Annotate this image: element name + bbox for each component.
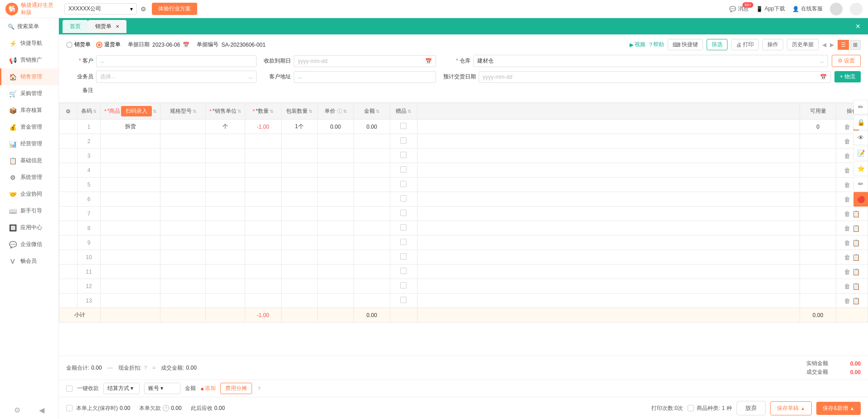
float-btn-5[interactable]: ⭐: [853, 161, 868, 176]
row-gift-cell[interactable]: [390, 250, 417, 265]
row-amount-cell[interactable]: [354, 250, 390, 265]
delete-icon[interactable]: 🗑: [844, 225, 850, 232]
row-qty-cell[interactable]: -1.00: [245, 120, 281, 134]
row-spec-cell[interactable]: [160, 163, 206, 178]
row-qty-cell[interactable]: [245, 207, 281, 221]
row-spec-cell[interactable]: [160, 279, 206, 294]
video-link[interactable]: ▶ 视频: [630, 41, 645, 48]
row-unit-cell[interactable]: [206, 163, 245, 178]
sidebar-search[interactable]: 🔍 搜索菜单: [0, 18, 58, 35]
row-amount-cell[interactable]: [354, 149, 390, 163]
sort-product-icon[interactable]: ⇅: [153, 109, 156, 114]
row-spec-cell[interactable]: [160, 178, 206, 192]
delete-icon[interactable]: 🗑: [844, 297, 850, 304]
company-selector[interactable]: XXXXXX公司 ▾: [64, 3, 137, 14]
row-unit-cell[interactable]: [206, 250, 245, 265]
row-unit-cell[interactable]: [206, 294, 245, 308]
copy-icon[interactable]: 📋: [852, 210, 860, 217]
history-button[interactable]: 历史单据: [787, 39, 819, 50]
salesperson-input[interactable]: 选择... ...: [96, 71, 257, 83]
row-unit-cell[interactable]: [206, 221, 245, 236]
row-product-cell[interactable]: [101, 178, 160, 192]
avatar[interactable]: [830, 3, 843, 15]
row-unit-cell[interactable]: [206, 236, 245, 250]
float-btn-4[interactable]: 📝: [853, 146, 868, 160]
row-amount-cell[interactable]: 0.00: [354, 120, 390, 134]
row-price-cell[interactable]: [317, 149, 354, 163]
sidebar-settings-icon[interactable]: ⚙: [14, 406, 20, 414]
row-gift-cell[interactable]: [390, 120, 417, 134]
sidebar-item-system[interactable]: ⚙ 系统管理: [0, 169, 58, 186]
row-amount-cell[interactable]: [354, 163, 390, 178]
sidebar-item-operations[interactable]: 📊 经营管理: [0, 135, 58, 152]
row-product-cell[interactable]: [101, 294, 160, 308]
message-button[interactable]: 💬 消息 99+: [729, 5, 749, 13]
row-pack-cell[interactable]: [281, 221, 317, 236]
next-icon[interactable]: ▶: [830, 42, 834, 48]
gift-checkbox[interactable]: [400, 224, 407, 231]
price-info-icon[interactable]: ⓘ: [337, 108, 342, 115]
sidebar-item-basics[interactable]: 📋 基础信息: [0, 152, 58, 169]
fee-info-icon[interactable]: ?: [257, 386, 260, 391]
sort-gift-icon[interactable]: ⇅: [407, 109, 411, 114]
row-gift-cell[interactable]: [390, 294, 417, 308]
row-qty-cell[interactable]: [245, 221, 281, 236]
row-gift-cell[interactable]: [390, 207, 417, 221]
calc-method-select[interactable]: 结算方式 ▾: [103, 383, 140, 394]
row-qty-cell[interactable]: [245, 192, 281, 207]
float-btn-1[interactable]: ✏: [853, 100, 868, 114]
row-unit-cell[interactable]: 个: [206, 120, 245, 134]
row-price-cell[interactable]: [317, 207, 354, 221]
row-unit-cell[interactable]: [206, 134, 245, 149]
row-spec-cell[interactable]: [160, 236, 206, 250]
row-unit-cell[interactable]: [206, 192, 245, 207]
filter-button[interactable]: 筛选: [707, 39, 727, 50]
delete-icon[interactable]: 🗑: [844, 181, 850, 188]
row-product-cell[interactable]: [101, 207, 160, 221]
save-new-button[interactable]: 保存&新增 ▲: [816, 402, 861, 415]
row-qty-cell[interactable]: [245, 250, 281, 265]
one-click-checkbox[interactable]: [66, 385, 73, 392]
row-gift-cell[interactable]: [390, 279, 417, 294]
customer-addr-input[interactable]: ...: [294, 71, 436, 83]
sidebar-collapse-icon[interactable]: ◀: [39, 406, 44, 414]
row-pack-cell[interactable]: [281, 192, 317, 207]
radio-return-order[interactable]: 退货单: [96, 41, 121, 48]
sidebar-item-apps[interactable]: 🔲 应用中心: [0, 219, 58, 236]
avatar2[interactable]: [850, 3, 863, 15]
sidebar-item-guide[interactable]: 📖 新手引导: [0, 202, 58, 219]
add-payment-button[interactable]: ● 添加: [200, 385, 216, 392]
table-settings-icon[interactable]: ⚙: [66, 108, 71, 115]
gift-checkbox[interactable]: [400, 297, 407, 303]
warehouse-ellipsis[interactable]: ...: [820, 58, 824, 63]
row-qty-cell[interactable]: [245, 134, 281, 149]
trial-button[interactable]: 体验行业方案: [152, 3, 197, 15]
delete-icon[interactable]: 🗑: [844, 239, 850, 246]
row-price-cell[interactable]: [317, 236, 354, 250]
float-btn-3[interactable]: 👁: [853, 130, 868, 145]
gift-checkbox[interactable]: [400, 181, 407, 187]
row-price-cell[interactable]: [317, 178, 354, 192]
delete-icon[interactable]: 🗑: [844, 283, 850, 290]
row-product-cell[interactable]: [101, 279, 160, 294]
gift-checkbox[interactable]: [400, 239, 407, 245]
radio-sales-order[interactable]: 销货单: [66, 41, 91, 48]
row-pack-cell[interactable]: [281, 134, 317, 149]
row-gift-cell[interactable]: [390, 236, 417, 250]
sort-unit-icon[interactable]: ⇅: [238, 109, 241, 114]
row-qty-cell[interactable]: [245, 178, 281, 192]
delete-icon[interactable]: 🗑: [844, 123, 850, 130]
delete-icon[interactable]: 🗑: [844, 138, 850, 145]
row-pack-cell[interactable]: [281, 250, 317, 265]
row-qty-cell[interactable]: [245, 163, 281, 178]
row-amount-cell[interactable]: [354, 279, 390, 294]
sort-spec-icon[interactable]: ⇅: [193, 109, 196, 114]
list-view-button[interactable]: ☰: [838, 40, 849, 50]
sidebar-item-inventory[interactable]: 📦 库存核算: [0, 102, 58, 119]
copy-icon[interactable]: 📋: [852, 225, 860, 232]
arrears-info-icon[interactable]: ?: [163, 405, 169, 411]
row-unit-cell[interactable]: [206, 149, 245, 163]
row-product-cell[interactable]: [101, 149, 160, 163]
row-spec-cell[interactable]: [160, 265, 206, 279]
row-unit-cell[interactable]: [206, 178, 245, 192]
